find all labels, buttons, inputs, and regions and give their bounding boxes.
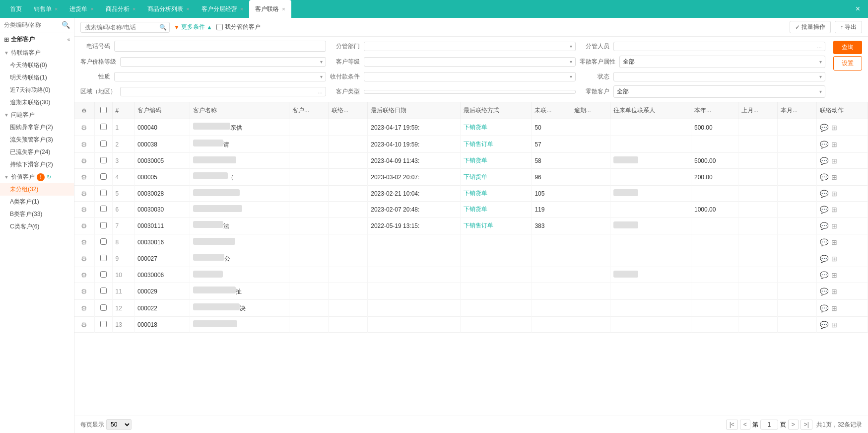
grid-action-icon[interactable]: ⊞: [831, 206, 837, 214]
dept-select[interactable]: ▾: [364, 42, 576, 51]
row-last-contact-method[interactable]: [461, 267, 532, 283]
person-select[interactable]: …: [613, 42, 825, 51]
filter-more-conditions[interactable]: ▼ 更多条件 ▲: [174, 23, 212, 31]
chat-icon[interactable]: 💬: [820, 141, 828, 148]
last-page-button[interactable]: >|: [801, 420, 812, 430]
name-col-header[interactable]: 客户名称: [190, 102, 289, 119]
overdue-col-header[interactable]: 逾期...: [571, 102, 610, 119]
row-last-contact-method[interactable]: 下销货单: [461, 169, 532, 186]
row-last-contact-method[interactable]: [461, 283, 532, 300]
row-settings[interactable]: ⚙: [74, 300, 94, 317]
sidebar-item-churned[interactable]: 已流失客户(24): [0, 146, 74, 158]
sidebar-group-value[interactable]: ▼ 价值客户 ! ↻: [0, 171, 74, 183]
page-number-input[interactable]: [760, 420, 778, 430]
customer-type-select[interactable]: [364, 90, 576, 94]
nav-customer-contact[interactable]: 客户联络 ×: [249, 0, 291, 18]
row-settings[interactable]: ⚙: [74, 267, 94, 283]
close-analysis-list-tab[interactable]: ×: [186, 6, 189, 12]
row-checkbox[interactable]: [100, 222, 107, 228]
prev-page-button[interactable]: <: [740, 420, 750, 430]
row-checkbox[interactable]: [100, 304, 107, 311]
window-close-button[interactable]: ×: [852, 4, 864, 13]
row-last-contact-method[interactable]: 下销货单: [461, 186, 532, 202]
row-last-contact-method[interactable]: [461, 300, 532, 317]
grid-action-icon[interactable]: ⊞: [831, 255, 837, 263]
sidebar-item-today[interactable]: 今天待联络(0): [0, 59, 74, 72]
last-method-col-header[interactable]: 最后联络方式: [461, 102, 532, 119]
sidebar-search-icon[interactable]: 🔍: [62, 21, 70, 29]
row-last-contact-method[interactable]: 下销售订单: [461, 136, 532, 153]
sidebar-item-overdue[interactable]: 逾期未联络(30): [0, 96, 74, 109]
close-analysis-tab[interactable]: ×: [133, 6, 135, 12]
row-last-contact-method[interactable]: [461, 317, 532, 333]
status-select[interactable]: ▾: [613, 72, 825, 81]
type-col-header[interactable]: 客户...: [289, 102, 328, 119]
sidebar-item-c-class[interactable]: C类客户(6): [0, 220, 74, 233]
row-last-contact-method[interactable]: 下销售订单: [461, 217, 532, 234]
chat-icon[interactable]: 💬: [820, 173, 828, 181]
code-col-header[interactable]: 客户编码: [134, 102, 190, 119]
grid-action-icon[interactable]: ⊞: [831, 304, 837, 312]
row-checkbox[interactable]: [100, 157, 107, 163]
export-button[interactable]: ↑ 导出: [835, 21, 862, 33]
filter-search-input[interactable]: [85, 24, 159, 31]
grid-action-icon[interactable]: ⊞: [831, 190, 837, 198]
settings-col-header[interactable]: ⚙: [74, 102, 94, 119]
not-contacted-col-header[interactable]: 未联...: [532, 102, 571, 119]
retail-customer-select[interactable]: 全部 ▾: [613, 85, 825, 98]
checkbox-col-header[interactable]: [94, 102, 112, 119]
my-customers-checkbox[interactable]: [216, 24, 223, 30]
sidebar-search-input[interactable]: [4, 21, 62, 28]
sidebar-item-ungroup[interactable]: 未分组(32): [0, 183, 74, 196]
chat-icon[interactable]: 💬: [820, 157, 828, 165]
phone-input[interactable]: [114, 41, 326, 52]
row-checkbox[interactable]: [100, 321, 107, 327]
row-last-contact-method[interactable]: [461, 234, 532, 250]
row-settings[interactable]: ⚙: [74, 250, 94, 267]
last-month-col-header[interactable]: 上月...: [738, 102, 777, 119]
row-settings[interactable]: ⚙: [74, 136, 94, 153]
customer-level-select[interactable]: ▾: [364, 57, 576, 67]
sidebar-item-declining[interactable]: 持续下滑客户(2): [0, 158, 74, 171]
row-settings[interactable]: ⚙: [74, 217, 94, 234]
grid-action-icon[interactable]: ⊞: [831, 157, 837, 165]
close-customer-stratified-tab[interactable]: ×: [240, 6, 243, 12]
close-sales-tab[interactable]: ×: [55, 6, 58, 12]
retail-attr-select[interactable]: 全部 ▾: [619, 56, 825, 68]
row-last-contact-method[interactable]: [461, 250, 532, 267]
chat-icon[interactable]: 💬: [820, 222, 828, 230]
price-level-select[interactable]: ▾: [120, 57, 326, 67]
region-select[interactable]: …: [120, 87, 326, 96]
sidebar-item-a-class[interactable]: A类客户(1): [0, 196, 74, 208]
grid-action-icon[interactable]: ⊞: [831, 173, 837, 181]
row-settings[interactable]: ⚙: [74, 119, 94, 136]
row-checkbox[interactable]: [100, 255, 107, 261]
filter-search-icon[interactable]: 🔍: [159, 24, 167, 31]
row-checkbox[interactable]: [100, 288, 107, 294]
row-checkbox[interactable]: [100, 271, 107, 278]
grid-action-icon[interactable]: ⊞: [831, 124, 837, 132]
select-all-checkbox[interactable]: [100, 107, 107, 113]
nav-home[interactable]: 首页: [4, 0, 28, 18]
contact-col-header[interactable]: 联络...: [329, 102, 368, 119]
row-settings[interactable]: ⚙: [74, 153, 94, 169]
sidebar-all-customers[interactable]: ⊞ 全部客户 «: [0, 32, 74, 47]
grid-action-icon[interactable]: ⊞: [831, 271, 837, 279]
row-settings[interactable]: ⚙: [74, 202, 94, 217]
chat-icon[interactable]: 💬: [820, 321, 828, 329]
query-button[interactable]: 查询: [833, 41, 862, 54]
sidebar-group-problem[interactable]: ▼ 问题客户: [0, 109, 74, 121]
sidebar-group-pending[interactable]: ▼ 待联络客户: [0, 47, 74, 59]
refresh-icon[interactable]: ↻: [47, 174, 51, 180]
grid-action-icon[interactable]: ⊞: [831, 238, 837, 246]
chat-icon[interactable]: 💬: [820, 190, 828, 198]
nature-select[interactable]: ▾: [114, 72, 326, 81]
grid-action-icon[interactable]: ⊞: [831, 141, 837, 148]
chat-icon[interactable]: 💬: [820, 271, 828, 279]
row-checkbox[interactable]: [100, 124, 107, 130]
row-settings[interactable]: ⚙: [74, 169, 94, 186]
row-checkbox[interactable]: [100, 190, 107, 196]
sidebar-item-tomorrow[interactable]: 明天待联络(1): [0, 72, 74, 84]
chat-icon[interactable]: 💬: [820, 206, 828, 214]
sidebar-item-hoarding[interactable]: 囤购异常客户(2): [0, 121, 74, 134]
